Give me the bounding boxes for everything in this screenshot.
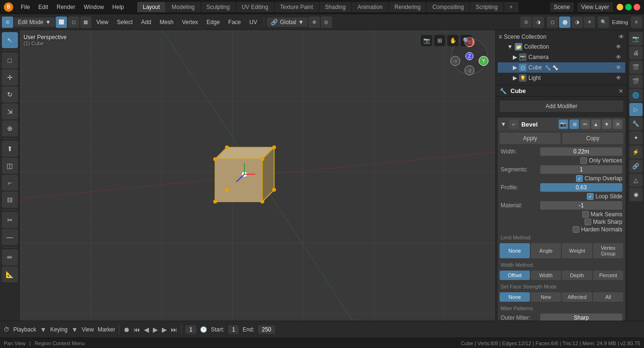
wm-width-btn[interactable]: Width <box>531 271 561 280</box>
bevel-tool[interactable]: ⌐ <box>2 175 18 191</box>
wm-offset-btn[interactable]: Offset <box>500 271 530 280</box>
ws-uv-editing[interactable]: UV Editing <box>236 2 274 12</box>
rt-material-icon[interactable]: ◉ <box>629 188 643 201</box>
view-label[interactable]: View <box>82 326 94 333</box>
scale-tool[interactable]: ⇲ <box>2 103 18 119</box>
menu-edit[interactable]: Edit <box>34 3 52 11</box>
skip-last-btn[interactable]: ⏭ <box>171 326 177 333</box>
solid-icon[interactable]: ⬤ <box>559 17 570 28</box>
cube-visibility-icon[interactable]: 👁 <box>616 64 621 71</box>
menu-render[interactable]: Render <box>53 3 79 11</box>
view-menu[interactable]: View <box>92 17 112 27</box>
limit-vertex-group-btn[interactable]: Vertex Group <box>593 243 623 258</box>
fs-affected-btn[interactable]: Affected <box>562 292 592 302</box>
prev-frame-btn[interactable]: ◀ <box>144 326 149 333</box>
wm-percent-btn[interactable]: Percent <box>593 271 623 280</box>
add-menu[interactable]: Add <box>137 17 155 27</box>
rt-particle-icon[interactable]: ✦ <box>629 131 643 144</box>
collection-visibility-icon[interactable]: 👁 <box>616 43 621 50</box>
mark-sharp-checkbox[interactable] <box>585 219 591 225</box>
rt-modifier-icon[interactable]: 🔧 <box>629 117 643 130</box>
rt-render-icon[interactable]: 📷 <box>629 32 643 45</box>
harden-normals-checkbox[interactable] <box>573 226 579 233</box>
keying-label[interactable]: Keying <box>50 326 68 333</box>
playback-label[interactable]: Playback <box>13 326 36 333</box>
loop-slide-checkbox[interactable] <box>587 193 594 200</box>
rt-output-icon[interactable]: 🖨 <box>629 46 643 59</box>
add-modifier-button[interactable]: Add Modifier <box>500 101 623 112</box>
material-icon[interactable]: ◑ <box>571 17 583 28</box>
next-frame-btn[interactable]: ▶ <box>162 326 167 333</box>
vertex-display-icon[interactable]: ⬜ <box>56 17 67 28</box>
properties-close[interactable]: ✕ <box>619 88 623 94</box>
keying-arrow[interactable]: ▼ <box>71 326 78 333</box>
bevel-expand-icon[interactable]: ▼ <box>501 121 506 127</box>
edge-display-icon[interactable]: ◻ <box>68 17 79 28</box>
ws-compositing[interactable]: Compositing <box>427 2 469 12</box>
outer-miter-value[interactable]: Sharp <box>540 314 622 321</box>
ws-animation[interactable]: Animation <box>352 2 388 12</box>
bevel-close-icon[interactable]: ✕ <box>613 119 622 129</box>
loop-cut-tool[interactable]: ⊟ <box>2 192 18 208</box>
bevel-render-icon[interactable]: 📷 <box>559 119 568 129</box>
light-item[interactable]: ▶ 💡 Light 👁 <box>498 73 625 83</box>
vertex-menu[interactable]: Vertex <box>178 17 202 27</box>
maximize-button[interactable] <box>625 4 632 10</box>
measure-tool[interactable]: 📐 <box>2 266 18 282</box>
ws-layout[interactable]: Layout <box>137 2 166 12</box>
ws-texture-paint[interactable]: Texture Paint <box>275 2 319 12</box>
camera-icon[interactable]: 📷 <box>421 35 432 46</box>
rotate-tool[interactable]: ↻ <box>2 86 18 102</box>
minimize-button[interactable] <box>617 4 623 10</box>
limit-none-btn[interactable]: None <box>500 243 530 258</box>
knife-tool[interactable]: ✂ <box>2 212 18 228</box>
ws-rendering[interactable]: Rendering <box>389 2 426 12</box>
cursor-tool[interactable]: ↖ <box>2 32 18 48</box>
light-visibility-icon[interactable]: 👁 <box>616 75 621 81</box>
rt-data-icon[interactable]: △ <box>629 174 643 187</box>
camera-visibility-icon[interactable]: 👁 <box>616 54 621 60</box>
end-frame[interactable]: 250 <box>258 325 275 334</box>
ws-add[interactable]: + <box>504 2 519 12</box>
dropdown-arrow[interactable]: ▼ <box>40 326 47 333</box>
segments-value[interactable]: 1 <box>540 165 622 174</box>
transform-dropdown[interactable]: 🔗 Global ▼ <box>267 17 308 27</box>
profile-value[interactable]: 0.63 <box>540 183 622 192</box>
menu-window[interactable]: Window <box>80 3 108 11</box>
edge-menu[interactable]: Edge <box>203 17 224 27</box>
rt-physics-icon[interactable]: ⚡ <box>629 145 643 159</box>
copy-button[interactable]: Copy <box>562 133 623 144</box>
snap-icon[interactable]: ⊕ <box>309 17 320 28</box>
inset-tool[interactable]: ◫ <box>2 158 18 174</box>
bevel-move-down-icon[interactable]: ▼ <box>602 119 611 129</box>
rt-view-layer-icon[interactable]: 🎬 <box>629 60 643 74</box>
width-value[interactable]: 0.22m <box>540 147 622 156</box>
ws-shading[interactable]: Shading <box>319 2 351 12</box>
scene-collection-header[interactable]: ≡ Scene Collection 👁 <box>498 32 625 42</box>
rt-world-icon[interactable]: 🌐 <box>629 89 643 102</box>
record-btn[interactable]: ⏺ <box>123 326 130 333</box>
menu-file[interactable]: File <box>17 3 33 11</box>
material-value[interactable]: -1 <box>540 201 622 210</box>
start-frame[interactable]: 1 <box>228 325 239 334</box>
xray-icon[interactable]: ◑ <box>533 17 544 28</box>
menu-help[interactable]: Help <box>109 3 128 11</box>
ws-scripting[interactable]: Scripting <box>470 2 503 12</box>
camera-item[interactable]: ▶ 📷 Camera 👁 <box>498 52 625 62</box>
fs-new-btn[interactable]: New <box>531 292 561 302</box>
bevel-edit-icon[interactable]: ✏ <box>580 119 590 129</box>
proportional-icon[interactable]: ◎ <box>321 17 332 28</box>
marker-label[interactable]: Marker <box>98 326 115 333</box>
overlay-icon[interactable]: ⊙ <box>520 17 532 28</box>
rt-object-icon[interactable]: ▷ <box>629 103 643 116</box>
scene-collection-eye[interactable]: 👁 <box>619 34 624 40</box>
bevel-viewport-icon[interactable]: 🖥 <box>569 119 579 129</box>
viewport[interactable]: User Perspective (1) Cube <box>20 30 495 321</box>
select-menu[interactable]: Select <box>113 17 136 27</box>
fs-all-btn[interactable]: All <box>593 292 623 302</box>
ws-sculpting[interactable]: Sculpting <box>201 2 235 12</box>
rt-constraint-icon[interactable]: 🔗 <box>629 160 643 173</box>
mark-seams-checkbox[interactable] <box>582 211 589 218</box>
apply-button[interactable]: Apply <box>500 133 560 144</box>
search-vc-icon[interactable]: 🔍 <box>460 35 472 46</box>
